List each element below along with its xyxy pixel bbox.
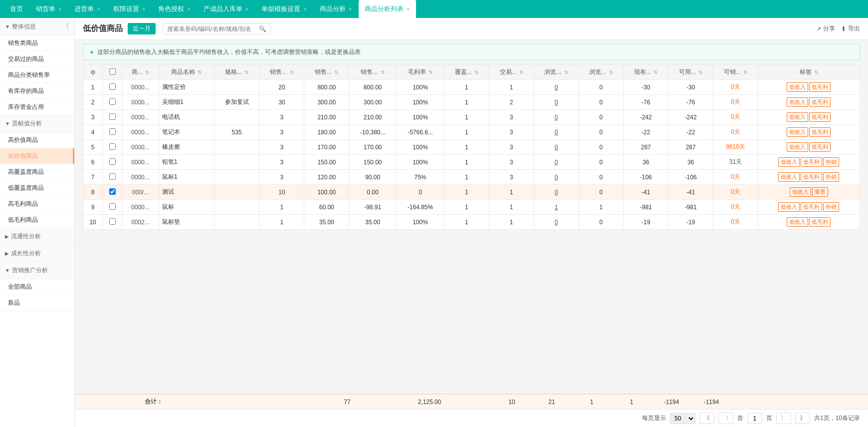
close-icon[interactable]: ×	[407, 6, 410, 12]
collapse-icon[interactable]: 《	[62, 22, 69, 31]
row-checkbox-cell[interactable]	[103, 170, 122, 185]
col-sellable[interactable]: 可销... ⇅	[713, 65, 758, 80]
select-all-checkbox[interactable]	[109, 68, 116, 75]
nav-sales-order[interactable]: 销货单 ×	[30, 0, 67, 18]
sidebar-item-new-products[interactable]: 新品	[0, 295, 74, 311]
sidebar-item-low-coverage[interactable]: 低覆盖度商品	[0, 180, 74, 196]
sidebar-item-inventory-funds[interactable]: 库存资金占用	[0, 99, 74, 115]
row-checkbox-cell[interactable]	[103, 125, 122, 140]
col-browse2[interactable]: 浏览... ⇅	[579, 65, 624, 80]
nav-product-analysis[interactable]: 商品分析 ×	[314, 0, 358, 18]
sidebar-item-low-value[interactable]: 低价值商品	[0, 148, 74, 164]
nav-product-analysis-list[interactable]: 商品分析列表 ×	[359, 0, 416, 18]
sidebar-item-stocked-products[interactable]: 有库存的商品	[0, 83, 74, 99]
sidebar-item-traded-products[interactable]: 交易过的商品	[0, 51, 74, 67]
row-checkbox-cell[interactable]	[103, 140, 122, 155]
page-number-input[interactable]	[747, 413, 762, 424]
row-browse1[interactable]: 0	[534, 110, 579, 125]
row-checkbox[interactable]	[109, 83, 116, 90]
row-browse1[interactable]: 0	[534, 170, 579, 185]
sidebar-group-title-growth[interactable]: ▶ 成长性分析	[0, 245, 74, 262]
row-browse1[interactable]: 0	[534, 95, 579, 110]
sidebar-item-low-margin[interactable]: 低毛利商品	[0, 212, 74, 228]
sidebar-group-title-contribution[interactable]: ▼ 贡献值分析	[0, 115, 74, 132]
row-browse1[interactable]: 1	[534, 200, 579, 215]
col-transaction[interactable]: 交易... ⇅	[489, 65, 534, 80]
close-icon[interactable]: ×	[142, 6, 145, 12]
col-spec[interactable]: 规格... ⇅	[214, 65, 259, 80]
search-icon[interactable]: 🔍	[259, 25, 266, 32]
last-page-button[interactable]: 》	[795, 413, 810, 424]
row-checkbox[interactable]	[109, 173, 116, 180]
per-page-select[interactable]: 50 20 100	[670, 413, 695, 424]
row-browse1[interactable]: 0	[534, 140, 579, 155]
next-page-button[interactable]: 〉	[776, 413, 791, 424]
prev-page-button[interactable]: 〈	[718, 413, 733, 424]
sidebar-group-title-overview[interactable]: ▼ 整体信息 《	[0, 18, 74, 35]
sidebar-item-category-rate[interactable]: 商品分类销售率	[0, 67, 74, 83]
row-browse1[interactable]: 0	[534, 155, 579, 170]
arrow-icon: ▼	[5, 24, 10, 29]
sidebar-item-sales-products[interactable]: 销售类商品	[0, 35, 74, 51]
nav-permissions[interactable]: 权限设置 ×	[107, 0, 151, 18]
col-name[interactable]: 商品名称 ⇅	[159, 65, 214, 80]
sidebar-item-high-value[interactable]: 高价值商品	[0, 132, 74, 148]
nav-template-settings[interactable]: 单据模板设置 ×	[255, 0, 312, 18]
first-page-button[interactable]: 《	[699, 413, 714, 424]
sidebar-item-all-products[interactable]: 全部商品	[0, 279, 74, 295]
nav-role-auth[interactable]: 角色授权 ×	[152, 0, 196, 18]
col-coverage[interactable]: 覆盖... ⇅	[444, 65, 489, 80]
col-browse1[interactable]: 浏览... ⇅	[534, 65, 579, 80]
col-code[interactable]: 商... ⇅	[122, 65, 159, 80]
sidebar-item-high-coverage[interactable]: 高覆盖度商品	[0, 164, 74, 180]
col-sales-amount[interactable]: 销售... ⇅	[349, 65, 397, 80]
close-icon[interactable]: ×	[349, 6, 352, 12]
nav-purchase-order[interactable]: 进货单 ×	[68, 0, 106, 18]
row-tags: 低收入低毛利热销	[758, 170, 860, 185]
row-checkbox-cell[interactable]	[103, 80, 122, 95]
nav-home[interactable]: 首页	[4, 0, 29, 18]
row-checkbox-cell[interactable]	[103, 95, 122, 110]
sidebar-group-title-circulation[interactable]: ▶ 流通性分析	[0, 228, 74, 245]
row-checkbox[interactable]	[109, 98, 116, 105]
nav-product-storage[interactable]: 产成品入库单 ×	[198, 0, 254, 18]
row-browse1[interactable]: 0	[534, 125, 579, 140]
row-code: 0000...	[122, 155, 159, 170]
filter-button[interactable]: 近一月	[128, 23, 156, 34]
col-sales-qty[interactable]: 销售... ⇅	[259, 65, 304, 80]
row-checkbox-cell[interactable]	[103, 155, 122, 170]
col-available[interactable]: 可用... ⇅	[668, 65, 713, 80]
col-sales-price[interactable]: 销售... ⇅	[304, 65, 349, 80]
row-checkbox[interactable]	[109, 143, 116, 150]
row-checkbox-cell[interactable]	[103, 185, 122, 200]
export-button[interactable]: ⬆ 导出	[841, 24, 860, 33]
share-button[interactable]: ↗ 分享	[816, 24, 835, 33]
row-browse1[interactable]: 0	[534, 185, 579, 200]
search-input[interactable]	[167, 25, 257, 32]
sidebar-group-title-marketing[interactable]: ▼ 营销推广分析	[0, 262, 74, 279]
col-gross-margin[interactable]: 毛利率 ⇅	[397, 65, 444, 80]
row-browse1[interactable]: 0	[534, 215, 579, 230]
row-checkbox-cell[interactable]	[103, 110, 122, 125]
close-icon[interactable]: ×	[97, 6, 100, 12]
close-icon[interactable]: ×	[58, 6, 61, 12]
close-icon[interactable]: ×	[303, 6, 306, 12]
row-checkbox-cell[interactable]	[103, 215, 122, 230]
col-settings[interactable]: ⚙	[83, 65, 103, 80]
sidebar-item-high-margin[interactable]: 高毛利商品	[0, 196, 74, 212]
row-checkbox[interactable]	[109, 188, 116, 195]
row-checkbox[interactable]	[109, 128, 116, 135]
col-current-stock[interactable]: 现有... ⇅	[624, 65, 668, 80]
row-browse1[interactable]: 0	[534, 80, 579, 95]
row-checkbox[interactable]	[109, 158, 116, 165]
close-icon[interactable]: ×	[245, 6, 248, 12]
row-checkbox-cell[interactable]	[103, 200, 122, 215]
tag: 低毛利	[809, 82, 831, 92]
row-checkbox[interactable]	[109, 218, 116, 225]
row-checkbox[interactable]	[109, 113, 116, 120]
row-checkbox[interactable]	[109, 203, 116, 210]
close-icon[interactable]: ×	[187, 6, 190, 12]
row-name: 电话机	[159, 110, 214, 125]
col-checkbox[interactable]	[103, 65, 122, 80]
col-tags[interactable]: 标签 ⇅	[758, 65, 860, 80]
